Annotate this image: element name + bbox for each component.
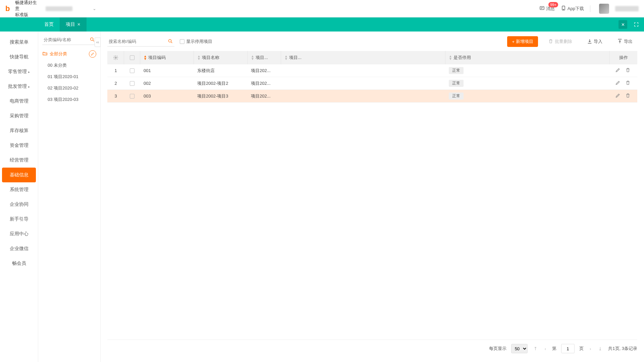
sidebar-item-label: 库存核算 <box>10 128 29 134</box>
row-checkbox[interactable] <box>124 64 140 77</box>
trash-icon <box>625 93 631 98</box>
sidebar-item-label: 企业微信 <box>10 246 29 252</box>
sidebar-item-14[interactable]: 企业微信 <box>0 241 38 256</box>
edit-row-button[interactable] <box>615 80 621 86</box>
per-page-select[interactable]: 50 <box>511 344 528 353</box>
org-selector[interactable]: ⌄ <box>46 6 96 11</box>
sidebar-item-5[interactable]: 采购管理 <box>0 109 38 123</box>
tree-item-2[interactable]: 02 项目2020-02 <box>38 82 100 94</box>
batch-delete-button[interactable]: 批量删除 <box>543 36 577 47</box>
sidebar-item-12[interactable]: 新手引导 <box>0 212 38 227</box>
close-icon[interactable]: ✕ <box>77 22 80 27</box>
edit-row-button[interactable] <box>615 93 621 99</box>
sidebar-item-11[interactable]: 企业协同 <box>0 197 38 212</box>
message-icon <box>539 5 545 12</box>
sidebar-item-1[interactable]: 快捷导航 <box>0 50 38 64</box>
tab-project[interactable]: 项目 ✕ <box>60 17 87 32</box>
cell-code: 002 <box>140 77 194 89</box>
column-settings[interactable] <box>107 51 124 64</box>
pager-summary: 共1页, 3条记录 <box>608 346 637 352</box>
caret-icon: ▸ <box>28 85 30 88</box>
search-icon[interactable] <box>168 39 173 45</box>
page-input[interactable] <box>561 344 575 353</box>
tab-home-label: 首页 <box>44 21 54 27</box>
cell-status: 正常 <box>445 77 610 89</box>
sidebar-item-3[interactable]: 批发管理▸ <box>0 79 38 94</box>
fullscreen-button[interactable] <box>632 20 641 29</box>
tabbar: 首页 项目 ✕ ✕ <box>0 17 644 32</box>
tree-item-0[interactable]: 00 未分类 <box>38 60 100 71</box>
search-input[interactable] <box>107 37 174 47</box>
cell-status: 正常 <box>445 64 610 77</box>
col-status[interactable]: ▲▼是否停用 <box>445 51 610 64</box>
col-cat[interactable]: ▲▼项目... <box>248 51 281 64</box>
plus-icon: + <box>512 39 515 44</box>
delete-row-button[interactable] <box>625 67 631 74</box>
pencil-icon <box>615 67 621 73</box>
show-disabled-checkbox[interactable]: 显示停用项目 <box>180 39 212 45</box>
col-code[interactable]: ▲▼项目编码 <box>140 51 194 64</box>
tree-root[interactable]: 全部分类 <box>38 48 100 60</box>
table-row[interactable]: 1001东楼街店项目202...正常 <box>107 64 637 77</box>
cell-name: 项目2002-项目3 <box>194 90 248 102</box>
username-blurred <box>615 6 639 11</box>
cell-code: 003 <box>140 90 194 102</box>
sidebar-item-label: 系统管理 <box>10 187 29 193</box>
export-button[interactable]: 导出 <box>612 36 637 47</box>
svg-rect-0 <box>540 6 544 9</box>
select-all-checkbox[interactable] <box>124 51 140 64</box>
delete-row-button[interactable] <box>625 93 631 99</box>
col-ops: 操作 <box>610 51 637 64</box>
top-actions: 消息 99+ App下载 <box>539 4 639 14</box>
sidebar-item-6[interactable]: 库存核算 <box>0 123 38 138</box>
page-prefix: 第 <box>552 346 556 352</box>
sidebar-item-15[interactable]: 畅会员 <box>0 256 38 271</box>
sidebar-item-13[interactable]: 应用中心 <box>0 227 38 241</box>
edit-category-button[interactable] <box>89 50 96 58</box>
messages-button[interactable]: 消息 99+ <box>539 5 555 12</box>
sidebar-item-0[interactable]: 搜索菜单 <box>0 35 38 50</box>
import-button[interactable]: 导入 <box>582 36 607 47</box>
sidebar-item-label: 搜索菜单 <box>10 39 29 45</box>
sidebar-item-9[interactable]: 基础信息 <box>2 168 36 182</box>
col-cat2[interactable]: ▲▼项目... <box>281 51 445 64</box>
sidebar-item-8[interactable]: 经营管理 <box>0 153 38 168</box>
table-row[interactable]: 3003项目2002-项目3项目202...正常 <box>107 90 637 103</box>
row-checkbox[interactable] <box>124 90 140 102</box>
sidebar-item-4[interactable]: 电商管理 <box>0 94 38 109</box>
checkbox-icon <box>180 39 184 44</box>
avatar[interactable] <box>599 4 609 14</box>
tab-home[interactable]: 首页 <box>38 17 60 32</box>
tab-close-all-button[interactable]: ✕ <box>619 20 627 29</box>
tree-item-1[interactable]: 01 项目2020-01 <box>38 71 100 82</box>
app-download-button[interactable]: App下载 <box>561 5 584 12</box>
delete-row-button[interactable] <box>625 80 631 86</box>
edit-row-button[interactable] <box>615 67 621 74</box>
tree-search <box>42 35 96 45</box>
first-page-button[interactable]: ⤒ <box>532 346 539 351</box>
collapse-tree-button[interactable]: ‹‹ <box>95 38 101 47</box>
sidebar-item-10[interactable]: 系统管理 <box>0 182 38 197</box>
export-icon <box>617 39 623 45</box>
next-page-button[interactable]: › <box>588 346 592 351</box>
sidebar-item-label: 资金管理 <box>10 142 29 148</box>
tree-search-input[interactable] <box>42 35 96 45</box>
last-page-button[interactable]: ⤓ <box>597 346 603 351</box>
org-name-blurred <box>46 6 72 11</box>
prev-page-button[interactable]: ‹ <box>543 346 547 351</box>
search-icon[interactable] <box>90 37 95 43</box>
caret-icon: ▸ <box>28 70 30 74</box>
topbar: b 畅捷通好生意 标准版 ⌄ 消息 99+ App下载 <box>0 0 644 17</box>
col-name[interactable]: ▲▼项目名称 <box>194 51 248 64</box>
page-suffix: 页 <box>579 346 584 352</box>
sidebar-item-label: 电商管理 <box>10 98 29 104</box>
brand-line1: 畅捷通好生意 <box>15 0 39 12</box>
sidebar-item-7[interactable]: 资金管理 <box>0 138 38 153</box>
cell-code: 001 <box>140 64 194 77</box>
table-row[interactable]: 2002项目2002-项目2项目202...正常 <box>107 77 637 90</box>
row-checkbox[interactable] <box>124 77 140 89</box>
brand-logo: b 畅捷通好生意 标准版 <box>5 0 39 18</box>
sidebar-item-2[interactable]: 零售管理▸ <box>0 64 38 79</box>
add-project-button[interactable]: + 新增项目 <box>507 36 538 47</box>
tree-item-3[interactable]: 03 项目2020-03 <box>38 94 100 105</box>
